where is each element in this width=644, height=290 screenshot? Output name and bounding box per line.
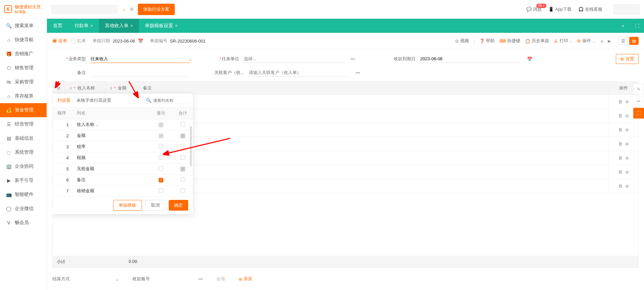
popup-row: 3 税率 xyxy=(53,141,193,152)
popup-search-input[interactable] xyxy=(153,98,187,103)
operate-link[interactable]: ⚙操作⌄ xyxy=(577,38,595,44)
close-icon[interactable]: × xyxy=(91,23,93,28)
cta-button[interactable]: 体验行业方案 xyxy=(138,4,175,15)
more-icon[interactable]: ••• xyxy=(356,70,360,75)
tab[interactable]: 单据模板设置× xyxy=(139,19,183,33)
radio-red[interactable]: 红单 xyxy=(71,38,86,44)
confirm-button[interactable]: 确定 xyxy=(169,200,188,211)
add-row-icon[interactable]: ⊕ xyxy=(625,169,629,174)
gear-icon[interactable]: ⚙ xyxy=(130,7,134,12)
view-mode-detail[interactable]: ▤ xyxy=(629,37,639,45)
bill-date-value[interactable]: 2023-06-06 xyxy=(113,39,135,44)
sidebar-item[interactable]: ◯企业微信 xyxy=(0,202,47,216)
sidebar-item[interactable]: ▤基础信息 xyxy=(0,131,47,145)
popup-tab-columns[interactable]: 列设置 xyxy=(57,97,70,103)
checkbox-on-icon[interactable]: ✓ xyxy=(159,178,163,183)
history-link[interactable]: 📋历史单据 xyxy=(525,38,549,44)
add-row-icon[interactable]: ⊕ xyxy=(625,184,629,189)
org-name-placeholder[interactable] xyxy=(51,5,118,14)
chevron-down-icon[interactable]: ⌄ xyxy=(115,277,119,282)
template-button[interactable]: 单据模板 xyxy=(113,200,142,211)
sidebar-item[interactable]: V畅会员 xyxy=(0,216,47,230)
more-icon[interactable]: ••• xyxy=(351,57,355,62)
tab[interactable]: 首页 xyxy=(47,19,68,33)
party-input[interactable] xyxy=(243,55,344,63)
calendar-icon[interactable]: 📅 xyxy=(527,57,532,62)
sidebar-item[interactable]: 🛍采购管理 xyxy=(0,75,47,89)
checkbox-off-icon[interactable] xyxy=(180,188,185,193)
next-button[interactable]: ▶ xyxy=(608,39,611,44)
delete-icon[interactable]: 🗑 xyxy=(618,113,623,118)
delete-icon[interactable]: 🗑 xyxy=(618,169,623,174)
checkbox-off-icon[interactable] xyxy=(180,177,185,182)
float-edit-icon[interactable]: ✏ xyxy=(633,96,644,106)
avatar[interactable] xyxy=(613,4,640,15)
delete-icon[interactable]: 🗑 xyxy=(618,155,623,160)
tab[interactable]: 其他收入单× xyxy=(99,19,139,33)
biz-type-input[interactable] xyxy=(90,55,191,63)
checkbox-off-icon[interactable] xyxy=(159,188,163,193)
tab-fullscreen[interactable]: ⛶ xyxy=(630,19,644,33)
rel-cust-input[interactable] xyxy=(248,69,349,77)
messages-link[interactable]: 💬 消息 99 + xyxy=(526,6,542,12)
add-row-icon[interactable]: ⊕ xyxy=(625,141,629,146)
add-row-icon[interactable]: ⊕ xyxy=(625,113,629,118)
checkbox-off-icon[interactable] xyxy=(159,166,163,171)
view-mode-list[interactable]: ☰ xyxy=(619,37,628,45)
sidebar-item[interactable]: 🏢企业协同 xyxy=(0,159,47,173)
add-row-icon[interactable]: ⊕ xyxy=(625,127,629,132)
add-row-icon[interactable]: ⊕ xyxy=(625,99,629,104)
page-header: 蓝单 红单 单据日期 2023-06-06 📅 单据编号 SR-20230606… xyxy=(47,33,644,49)
delete-icon[interactable]: 🗑 xyxy=(618,127,623,132)
due-date-input[interactable] xyxy=(420,55,520,63)
sidebar-item[interactable]: 💰资金管理 xyxy=(0,103,47,117)
sidebar-item[interactable]: 📺智能硬件 xyxy=(0,188,47,202)
cancel-button[interactable]: 取消 xyxy=(145,200,165,211)
tab-close-all[interactable]: × xyxy=(616,19,630,33)
checkbox-off-icon[interactable] xyxy=(159,155,163,160)
sidebar-item[interactable]: 🎁营销推广 xyxy=(0,47,47,61)
checkbox-off-icon[interactable] xyxy=(180,122,185,127)
column-settings-gear[interactable]: ⚙ xyxy=(53,82,65,94)
col-amount-header[interactable]: ▲▼ *金额 xyxy=(105,82,139,94)
app-download-link[interactable]: 📱 App下载 xyxy=(548,6,572,12)
sidebar-item[interactable]: ◌系统管理 xyxy=(0,145,47,159)
sidebar-item[interactable]: ☰经营管理 xyxy=(0,117,47,131)
chevron-down-icon[interactable]: ⌄ xyxy=(122,7,126,12)
sidebar-item[interactable]: 🔍搜索菜单 xyxy=(0,19,47,33)
radio-blue[interactable]: 蓝单 xyxy=(52,38,67,44)
sidebar-item-label: 系统管理 xyxy=(15,149,34,155)
tab[interactable]: 付款单× xyxy=(68,19,99,33)
prev-button[interactable]: ◀ xyxy=(600,39,603,44)
checkbox-off-icon[interactable] xyxy=(180,144,185,149)
service-link[interactable]: 🎧 在线客服 xyxy=(578,6,602,12)
delete-icon[interactable]: 🗑 xyxy=(618,141,623,146)
add-button[interactable]: ⊕ 添加 xyxy=(238,276,252,282)
checkbox-off-icon[interactable] xyxy=(159,144,163,149)
checkbox-off-icon[interactable] xyxy=(180,155,185,160)
calendar-icon[interactable]: 📅 xyxy=(138,39,143,44)
sidebar-item[interactable]: ⬡销售管理 xyxy=(0,61,47,75)
chevron-down-icon[interactable]: ⌄ xyxy=(96,123,99,127)
chevron-down-icon[interactable]: ⌄ xyxy=(189,57,192,62)
video-link[interactable]: ⊙视频 xyxy=(455,38,469,44)
popup-tab-rowheight[interactable]: 表格字体行高设置 xyxy=(76,97,111,103)
more-icon[interactable]: ••• xyxy=(198,277,203,282)
settings-button[interactable]: ⚙设置 xyxy=(616,54,639,64)
sidebar-item[interactable]: ▶新手引导 xyxy=(0,173,47,188)
col-income-header[interactable]: ▲▼ *收入名称 xyxy=(65,82,105,94)
shortcut-link[interactable]: ⌨快捷键 xyxy=(499,38,520,44)
float-note-icon[interactable]: ✎ xyxy=(633,84,644,94)
popup-scrollbar[interactable] xyxy=(190,126,192,166)
float-expand-icon[interactable]: ⛶ xyxy=(633,108,644,119)
delete-icon[interactable]: 🗑 xyxy=(618,184,623,189)
add-row-icon[interactable]: ⊕ xyxy=(625,155,629,160)
sidebar-item[interactable]: ⌂库存核算 xyxy=(0,89,47,103)
close-icon[interactable]: × xyxy=(130,23,133,28)
sidebar-item[interactable]: ⌂快捷导航 xyxy=(0,33,47,47)
help-link[interactable]: ❓帮助 xyxy=(479,38,495,44)
remark-input[interactable] xyxy=(90,69,191,77)
close-icon[interactable]: × xyxy=(175,23,177,28)
delete-icon[interactable]: 🗑 xyxy=(618,99,623,104)
print-link[interactable]: 🖨打印⌄ xyxy=(554,38,572,44)
